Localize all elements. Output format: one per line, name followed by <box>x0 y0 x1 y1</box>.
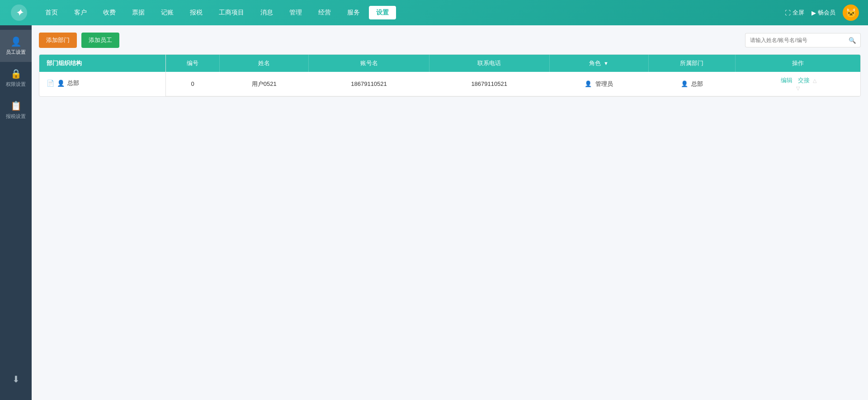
nav-item-tax[interactable]: 报税 <box>183 6 210 19</box>
add-dept-button[interactable]: 添加部门 <box>39 33 77 48</box>
sidebar-download-btn[interactable]: ⬇ <box>12 367 20 391</box>
logo: ✦ <box>5 5 33 21</box>
cell-action: 编辑 交接 △▽ <box>735 72 860 96</box>
sidebar: 👤 员工设置 🔒 权限设置 📋 报税设置 ⬇ <box>0 25 32 400</box>
membership-icon: ▶ <box>811 9 816 16</box>
edit-link[interactable]: 编辑 <box>781 77 793 84</box>
permissions-icon: 🔒 <box>10 68 22 79</box>
col-phone: 联系电话 <box>429 55 549 72</box>
sidebar-item-taxsettings[interactable]: 📋 报税设置 <box>0 94 32 126</box>
cell-role: 👤 管理员 <box>549 72 648 96</box>
emp-panel: 编号 姓名 账号名 联系电话 角色 ▼ 所属部门 操作 0 <box>166 55 860 96</box>
dept-tree: 📄 👤 总部 <box>39 72 165 94</box>
nav-item-home[interactable]: 首页 <box>38 6 65 19</box>
taxsettings-icon: 📋 <box>10 100 22 111</box>
cell-account: 18679110521 <box>309 72 429 96</box>
employee-table: 编号 姓名 账号名 联系电话 角色 ▼ 所属部门 操作 0 <box>166 55 860 96</box>
dept-panel: 部门组织结构 📄 👤 总部 <box>39 55 166 96</box>
membership-label: 畅会员 <box>818 9 835 17</box>
download-icon: ⬇ <box>12 374 20 385</box>
cell-phone: 18679110521 <box>429 72 549 96</box>
fullscreen-btn[interactable]: ⛶ 全屏 <box>785 9 804 17</box>
nav-right: ⛶ 全屏 ▶ 畅会员 🐱 <box>785 5 868 21</box>
sidebar-item-employee-label: 员工设置 <box>6 49 26 56</box>
table-row: 0 用户0521 18679110521 18679110521 👤 管理员 👤… <box>166 72 860 96</box>
logo-icon: ✦ <box>11 5 27 21</box>
file-icon: 📄 <box>47 80 54 87</box>
sidebar-bottom: ⬇ <box>12 367 20 400</box>
col-dept: 所属部门 <box>648 55 735 72</box>
search-container: 🔍 <box>745 33 861 47</box>
dept-tree-item-label: 总部 <box>67 79 79 87</box>
transfer-link[interactable]: 交接 <box>798 77 810 84</box>
nav-item-manage[interactable]: 管理 <box>282 6 309 19</box>
employee-icon: 👤 <box>10 36 22 47</box>
membership-btn[interactable]: ▶ 畅会员 <box>811 9 835 17</box>
table-header: 编号 姓名 账号名 联系电话 角色 ▼ 所属部门 操作 <box>166 55 860 72</box>
top-navigation: ✦ 首页 客户 收费 票据 记账 报税 工商项目 消息 管理 经营 服务 设置 … <box>0 0 868 25</box>
table-header-row: 编号 姓名 账号名 联系电话 角色 ▼ 所属部门 操作 <box>166 55 860 72</box>
cell-id: 0 <box>166 72 219 96</box>
dept-user-icon: 👤 <box>57 80 65 87</box>
role-icon: 👤 <box>585 80 592 87</box>
nav-item-message[interactable]: 消息 <box>253 6 280 19</box>
nav-item-bookkeeping[interactable]: 记账 <box>154 6 181 19</box>
toolbar: 添加部门 添加员工 🔍 <box>39 33 861 48</box>
dept-panel-header: 部门组织结构 <box>39 55 165 72</box>
dept-cell-icon: 👤 <box>681 80 688 87</box>
nav-item-business[interactable]: 工商项目 <box>212 6 251 19</box>
nav-item-service[interactable]: 服务 <box>340 6 367 19</box>
main-content: 添加部门 添加员工 🔍 部门组织结构 📄 👤 总部 <box>32 25 868 400</box>
fullscreen-label: 全屏 <box>793 9 804 17</box>
sidebar-item-taxsettings-label: 报税设置 <box>6 113 26 120</box>
nav-item-customer[interactable]: 客户 <box>67 6 94 19</box>
nav-item-operation[interactable]: 经营 <box>311 6 338 19</box>
search-icon: 🔍 <box>849 37 856 44</box>
nav-item-billing[interactable]: 收费 <box>96 6 123 19</box>
col-role: 角色 ▼ <box>549 55 648 72</box>
sidebar-item-permissions-label: 权限设置 <box>6 81 26 88</box>
cell-name: 用户0521 <box>219 72 309 96</box>
col-name: 姓名 <box>219 55 309 72</box>
sidebar-item-employee[interactable]: 👤 员工设置 <box>0 30 32 62</box>
nav-item-settings[interactable]: 设置 <box>369 6 396 19</box>
search-input[interactable] <box>745 33 844 47</box>
search-button[interactable]: 🔍 <box>844 33 861 47</box>
user-avatar[interactable]: 🐱 <box>843 5 859 21</box>
sidebar-item-permissions[interactable]: 🔒 权限设置 <box>0 62 32 94</box>
nav-items: 首页 客户 收费 票据 记账 报税 工商项目 消息 管理 经营 服务 设置 <box>38 6 785 19</box>
role-filter-icon[interactable]: ▼ <box>604 61 609 66</box>
table-body: 0 用户0521 18679110521 18679110521 👤 管理员 👤… <box>166 72 860 96</box>
content-area: 部门组织结构 📄 👤 总部 编号 姓名 账号名 联系电话 <box>39 54 861 97</box>
dept-tree-item-general[interactable]: 📄 👤 总部 <box>39 75 165 91</box>
nav-item-invoice[interactable]: 票据 <box>125 6 152 19</box>
col-action: 操作 <box>735 55 860 72</box>
fullscreen-icon: ⛶ <box>785 9 791 16</box>
add-employee-button[interactable]: 添加员工 <box>81 33 119 48</box>
col-account: 账号名 <box>309 55 429 72</box>
col-id: 编号 <box>166 55 219 72</box>
cell-dept: 👤 总部 <box>648 72 735 96</box>
